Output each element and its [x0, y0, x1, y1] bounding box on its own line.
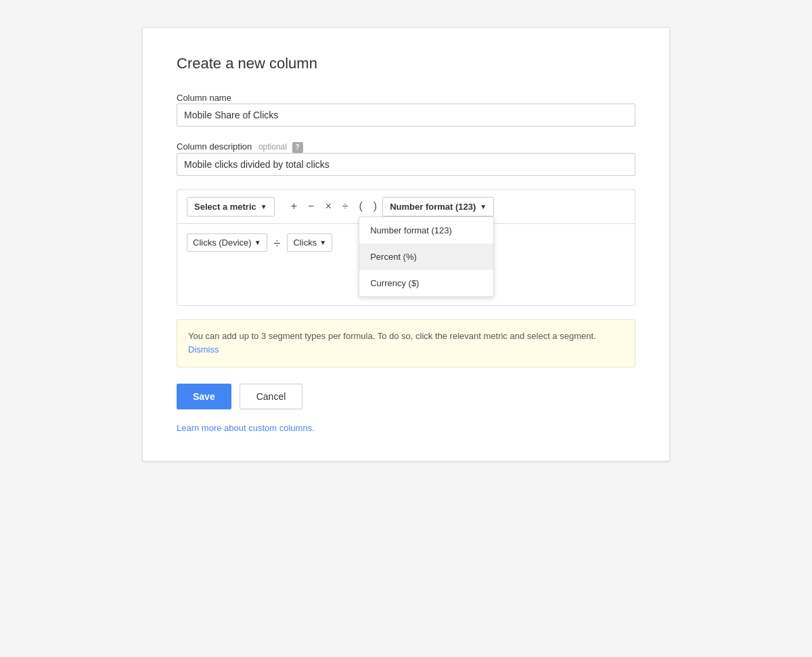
divide-operator-button[interactable]: ÷ — [337, 198, 354, 215]
formula-toolbar: Select a metric ▼ + − × ÷ ( ) Number for… — [177, 190, 635, 224]
column-name-input[interactable] — [177, 104, 635, 127]
cancel-button[interactable]: Cancel — [240, 384, 303, 409]
add-operator-button[interactable]: + — [286, 198, 302, 215]
info-box: You can add up to 3 segment types per fo… — [177, 319, 635, 368]
metric2-arrow-icon: ▼ — [319, 239, 326, 246]
column-description-label: Column description optional ? — [177, 141, 303, 152]
column-name-label: Column name — [177, 93, 231, 103]
save-button[interactable]: Save — [177, 384, 231, 409]
formula-section: Select a metric ▼ + − × ÷ ( ) Number for… — [177, 189, 635, 306]
metric1-label: Clicks (Device) — [193, 237, 252, 248]
select-metric-label: Select a metric — [194, 202, 256, 212]
metric2-label: Clicks — [293, 237, 317, 248]
multiply-operator-button[interactable]: × — [319, 198, 336, 215]
info-box-text: You can add up to 3 segment types per fo… — [188, 331, 596, 341]
currency-option[interactable]: Currency ($) — [359, 270, 493, 296]
number-format-button[interactable]: Number format (123) ▼ — [382, 197, 494, 217]
select-metric-button[interactable]: Select a metric ▼ — [187, 197, 275, 217]
column-description-input[interactable] — [177, 153, 635, 176]
number-format-option[interactable]: Number format (123) — [359, 217, 493, 244]
number-format-wrapper: Number format (123) ▼ Number format (123… — [382, 197, 494, 217]
help-icon[interactable]: ? — [292, 142, 303, 153]
page-title: Create a new column — [177, 55, 635, 72]
number-format-arrow-icon: ▼ — [480, 203, 487, 210]
button-row: Save Cancel — [177, 384, 635, 409]
learn-more-link[interactable]: Learn more about custom columns. — [177, 423, 315, 433]
formula-divide-operator: ÷ — [274, 233, 281, 254]
number-format-dropdown: Number format (123) Percent (%) Currency… — [359, 217, 494, 297]
open-paren-button[interactable]: ( — [354, 198, 368, 215]
metric2-tag[interactable]: Clicks ▼ — [287, 233, 332, 252]
dismiss-link[interactable]: Dismiss — [188, 344, 219, 355]
percent-option[interactable]: Percent (%) — [359, 244, 493, 270]
select-metric-arrow-icon: ▼ — [261, 203, 267, 210]
metric1-tag[interactable]: Clicks (Device) ▼ — [187, 233, 267, 252]
close-paren-button[interactable]: ) — [368, 198, 382, 215]
number-format-label: Number format (123) — [390, 202, 476, 212]
optional-label: optional — [258, 142, 287, 152]
metric1-arrow-icon: ▼ — [254, 239, 261, 246]
subtract-operator-button[interactable]: − — [302, 198, 319, 215]
create-column-card: Create a new column Column name Column d… — [142, 27, 670, 461]
